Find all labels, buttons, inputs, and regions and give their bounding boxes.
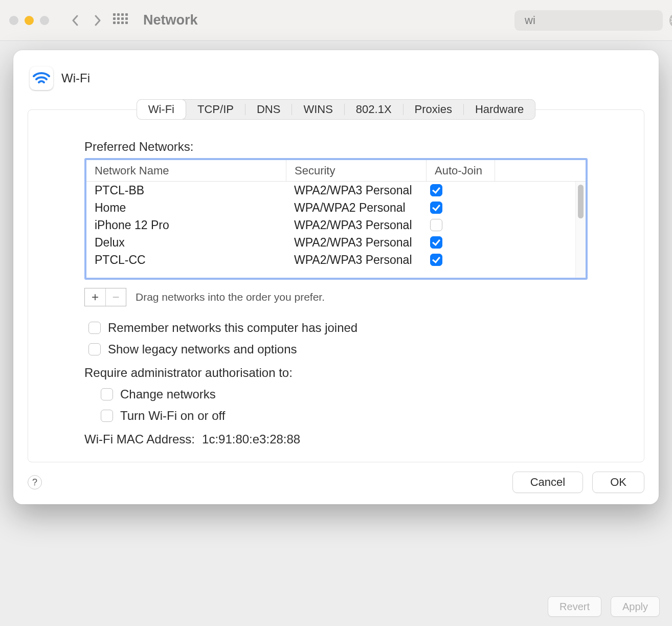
network-name-cell: PTCL-BB (86, 184, 286, 197)
tab-bar: Wi-Fi TCP/IP DNS WINS 802.1X Proxies Har… (137, 99, 536, 120)
table-header: Network Name Security Auto-Join (86, 160, 586, 182)
security-cell: WPA2/WPA3 Personal (286, 218, 426, 232)
chevron-right-icon (94, 14, 102, 27)
sheet-header: Wi-Fi (28, 64, 644, 99)
auto-join-checkbox[interactable] (430, 254, 442, 266)
ok-button[interactable]: OK (592, 472, 644, 493)
wifi-icon (30, 66, 53, 90)
tab-8021x[interactable]: 802.1X (345, 100, 403, 119)
show-all-button[interactable] (114, 13, 127, 28)
change-networks-label: Change networks (120, 387, 216, 401)
plus-icon: + (92, 290, 99, 304)
tab-wifi[interactable]: Wi-Fi (137, 100, 186, 119)
parent-window-title: Network (143, 12, 198, 28)
auto-join-cell (426, 202, 495, 214)
grid-icon (113, 13, 127, 28)
auto-join-checkbox[interactable] (430, 219, 442, 231)
auto-join-checkbox[interactable] (430, 202, 442, 214)
scrollbar-thumb[interactable] (578, 185, 584, 218)
security-cell: WPA2/WPA3 Personal (286, 253, 426, 267)
require-admin-label: Require administrator authorisation to: (84, 366, 588, 380)
search-field-container[interactable]: ✕ (514, 10, 663, 31)
minimize-window-button[interactable] (25, 16, 34, 25)
help-button[interactable]: ? (28, 475, 42, 489)
remember-networks-row[interactable]: Remember networks this computer has join… (84, 321, 588, 335)
sheet-title: Wi-Fi (61, 71, 90, 85)
network-name-cell: Delux (86, 236, 286, 250)
turn-wifi-checkbox[interactable] (101, 410, 113, 422)
tab-tcpip[interactable]: TCP/IP (186, 100, 245, 119)
table-body: PTCL-BBWPA2/WPA3 PersonalHomeWPA/WPA2 Pe… (86, 182, 575, 278)
table-row[interactable]: DeluxWPA2/WPA3 Personal (86, 234, 575, 251)
table-actions: + − Drag networks into the order you pre… (84, 288, 588, 306)
wifi-panel: Preferred Networks: Network Name Securit… (28, 109, 644, 462)
turn-wifi-label: Turn Wi-Fi on or off (120, 409, 225, 423)
drag-hint-label: Drag networks into the order you prefer. (136, 291, 325, 303)
add-remove-stepper: + − (84, 288, 126, 306)
preferred-networks-table[interactable]: Network Name Security Auto-Join PTCL-BBW… (84, 158, 588, 280)
network-name-cell: iPhone 12 Pro (86, 218, 286, 232)
security-cell: WPA/WPA2 Personal (286, 201, 426, 215)
auto-join-cell (426, 236, 495, 249)
security-cell: WPA2/WPA3 Personal (286, 184, 426, 197)
tab-wins[interactable]: WINS (292, 100, 344, 119)
nav-forward-button[interactable] (91, 13, 104, 28)
remember-networks-checkbox[interactable] (88, 322, 101, 334)
column-header-security[interactable]: Security (286, 160, 426, 181)
parent-footer: Revert Apply (0, 587, 672, 626)
network-name-cell: Home (86, 201, 286, 215)
chevron-left-icon (71, 14, 79, 27)
table-row[interactable]: HomeWPA/WPA2 Personal (86, 199, 575, 216)
auto-join-checkbox[interactable] (430, 236, 442, 249)
remember-networks-label: Remember networks this computer has join… (108, 321, 357, 335)
sheet-footer: ? Cancel OK (28, 472, 644, 493)
table-scrollbar[interactable] (575, 182, 586, 278)
cancel-button[interactable]: Cancel (512, 472, 583, 493)
revert-button[interactable]: Revert (548, 596, 601, 617)
table-row[interactable]: PTCL-CCWPA2/WPA3 Personal (86, 251, 575, 269)
mac-address-label: Wi-Fi MAC Address: (84, 432, 195, 446)
table-row[interactable]: iPhone 12 ProWPA2/WPA3 Personal (86, 216, 575, 234)
zoom-window-button[interactable] (40, 16, 49, 25)
auto-join-cell (426, 254, 495, 266)
apply-button[interactable]: Apply (611, 596, 660, 617)
nav-back-button[interactable] (69, 13, 82, 28)
column-header-network-name[interactable]: Network Name (86, 160, 286, 181)
help-icon: ? (32, 477, 37, 488)
add-network-button[interactable]: + (85, 288, 105, 306)
auto-join-cell (426, 184, 495, 196)
remove-network-button[interactable]: − (105, 288, 126, 306)
preferred-networks-label: Preferred Networks: (84, 140, 588, 154)
auto-join-cell (426, 219, 495, 231)
system-preferences-window: Network ✕ Revert Apply Wi-Fi (0, 0, 672, 626)
parent-toolbar: Network ✕ (0, 0, 672, 41)
search-input[interactable] (525, 14, 665, 27)
column-header-auto-join[interactable]: Auto-Join (426, 160, 495, 181)
tab-hardware[interactable]: Hardware (464, 100, 535, 119)
close-window-button[interactable] (9, 16, 18, 25)
legacy-networks-label: Show legacy networks and options (108, 342, 297, 356)
change-networks-row[interactable]: Change networks (97, 387, 588, 401)
x-icon: ✕ (669, 16, 672, 25)
legacy-networks-checkbox[interactable] (88, 343, 101, 355)
turn-wifi-row[interactable]: Turn Wi-Fi on or off (97, 409, 588, 423)
network-name-cell: PTCL-CC (86, 253, 286, 267)
change-networks-checkbox[interactable] (101, 388, 113, 400)
tab-dns[interactable]: DNS (245, 100, 292, 119)
minus-icon: − (112, 290, 119, 304)
mac-address-row: Wi-Fi MAC Address: 1c:91:80:e3:28:88 (84, 432, 588, 446)
wifi-advanced-sheet: Wi-Fi Wi-Fi TCP/IP DNS WINS 802.1X Proxi… (13, 50, 659, 504)
clear-search-button[interactable]: ✕ (669, 15, 672, 26)
auto-join-checkbox[interactable] (430, 184, 442, 196)
mac-address-value: 1c:91:80:e3:28:88 (202, 432, 300, 446)
security-cell: WPA2/WPA3 Personal (286, 236, 426, 250)
table-row[interactable]: PTCL-BBWPA2/WPA3 Personal (86, 182, 575, 199)
traffic-lights (9, 16, 49, 25)
legacy-networks-row[interactable]: Show legacy networks and options (84, 342, 588, 356)
tab-proxies[interactable]: Proxies (404, 100, 463, 119)
options-group: Remember networks this computer has join… (84, 321, 588, 423)
